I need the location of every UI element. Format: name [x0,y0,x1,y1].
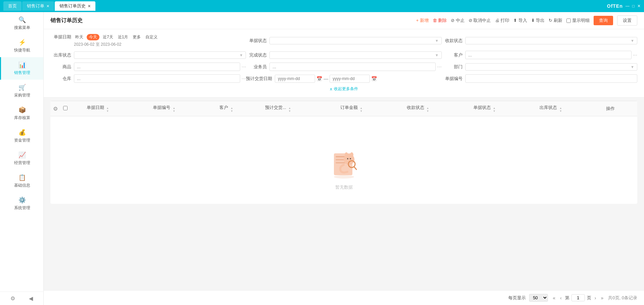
complete-status-arrow: ▼ [435,53,439,57]
sidebar-item-system[interactable]: ⚙️ 系统管理 [0,192,43,215]
salesperson-input[interactable] [269,63,436,71]
product-label: 商品 [50,64,74,70]
table-footer: 每页显示 50 10 20 100 « ‹ 第 1 页 › » 共0页, 0条记… [44,290,644,305]
order-status-select[interactable]: ▼ [269,37,441,44]
first-page-btn[interactable]: « [551,295,557,301]
delivery-status-sort-icons[interactable]: ▲▼ [559,107,562,113]
empty-text: 暂无数据 [335,184,353,190]
sidebar-item-search-menu[interactable]: 🔍 搜索菜单 [0,12,43,35]
page-number-input[interactable]: 1 [571,294,585,301]
next-page-btn[interactable]: › [593,295,598,301]
minimize-btn[interactable]: — [626,4,630,8]
th-date: 单据日期 ▲▼ [84,101,151,116]
stop-btn[interactable]: ⊘ 中止 [451,17,465,24]
th-no-label: 单据编号 [153,105,170,110]
date-today-btn[interactable]: 今天 [87,34,99,40]
no-sort-icons[interactable]: ▲▼ [173,107,175,113]
sidebar-item-operations[interactable]: 📈 经营管理 [0,147,43,170]
order-no-input[interactable] [465,74,637,83]
amount-sort-icons[interactable]: ▲▼ [360,107,362,113]
delivery-status-select[interactable]: ▼ [74,51,246,59]
sidebar-item-quick-nav[interactable]: ⚡ 快捷导航 [0,35,43,57]
date-to-input[interactable] [330,75,370,83]
salesperson-label: 业务员 [246,64,269,70]
th-date-label: 单据日期 [87,105,104,110]
select-all-checkbox[interactable] [63,106,68,110]
tab-home[interactable]: 首页 [3,1,22,11]
import-btn[interactable]: ⬆ 导入 [513,17,527,24]
sidebar-item-sales-mgmt[interactable]: 📊 销售管理 [0,57,43,80]
setting-btn[interactable]: 设置 [617,15,637,26]
page-nav: « ‹ 第 1 页 › » [551,294,605,301]
th-no: 单据编号 ▲▼ [150,101,217,116]
customer-sort-icons[interactable]: ▲▼ [230,107,233,113]
sidebar-collapse-icon[interactable]: ◀ [29,295,33,302]
th-amount: 订单金额 ▲▼ [338,101,404,116]
date-7days-btn[interactable]: 近7天 [101,34,115,40]
search-menu-icon: 🔍 [18,16,26,24]
warehouse-label: 仓库 [50,76,74,82]
customer-input[interactable] [465,51,632,59]
delivery-status-arrow: ▼ [239,53,243,57]
date-more-btn[interactable]: 更多 [131,34,142,40]
th-delivery-status-label: 出库状态 [540,105,557,110]
new-btn[interactable]: + 新增 [416,17,428,24]
refresh-btn[interactable]: ↻ 刷新 [549,17,562,24]
sidebar-settings-icon[interactable]: ⚙ [10,295,15,302]
finance-icon: 💰 [18,129,26,136]
filter-row-4: 仓库 ··· 预计交货日期 📅 — 📅 单据编号 [50,74,637,83]
expected-date-label: 预计交货日期 [246,76,275,82]
sidebar-item-finance[interactable]: 💰 资金管理 [0,125,43,147]
expected-date-sort-icons[interactable]: ▲▼ [288,107,291,113]
date-yesterday-btn[interactable]: 昨天 [74,34,85,40]
date-quick-buttons: 昨天 今天 近7天 近1月 更多 自定义 [74,34,159,40]
prev-page-btn[interactable]: ‹ [559,295,563,301]
collapse-arrow-icon: ∧ [330,87,333,91]
print-btn[interactable]: 🖨 打印 [495,17,510,24]
customer-dots[interactable]: ··· [633,52,637,58]
svg-point-7 [350,152,353,157]
cancel-stop-btn[interactable]: ⊘ 取消中止 [469,17,491,24]
customer-label: 客户 [442,52,465,58]
th-order-status-label: 单据状态 [473,105,491,110]
date-label: 单据日期 [50,34,74,40]
tab-sales-order-close[interactable]: ✕ [46,4,49,8]
page-size-select[interactable]: 50 10 20 100 [529,294,548,302]
date-custom-btn[interactable]: 自定义 [144,34,159,40]
payment-status-label: 收款状态 [442,38,465,44]
warehouse-dots[interactable]: ··· [242,76,246,82]
show-detail-checkbox[interactable] [566,18,571,23]
sidebar-item-basic-info[interactable]: 📋 基础信息 [0,170,43,192]
last-page-btn[interactable]: » [600,295,605,301]
date-from-input[interactable] [275,75,315,83]
department-arrow: ▼ [631,65,634,69]
warehouse-input[interactable] [74,74,240,83]
export-btn[interactable]: ⬇ 导出 [531,17,545,24]
salesperson-dots[interactable]: ··· [437,64,441,70]
product-dots[interactable]: ··· [242,64,246,70]
payment-status-select[interactable]: ▼ [465,37,637,44]
date-1month-btn[interactable]: 近1月 [117,34,130,40]
tab-sales-order[interactable]: 销售订单 ✕ [22,1,54,11]
maximize-btn[interactable]: □ [632,4,635,8]
table-settings-icon[interactable]: ⚙ [53,106,58,112]
complete-status-select[interactable]: ▼ [269,51,441,59]
product-input[interactable] [74,63,240,71]
quick-nav-icon: ⚡ [18,39,26,46]
date-sort-icons[interactable]: ▲▼ [106,107,109,113]
date-to-calendar-icon[interactable]: 📅 [371,76,377,81]
filter-row-3: 商品 ··· 业务员 ··· 部门 ▼ [50,63,637,71]
tab-sales-order-history-close[interactable]: ✕ [88,4,91,8]
order-status-sort-icons[interactable]: ▲▼ [493,107,496,113]
top-bar: 首页 销售订单 ✕ 销售订单历史 ✕ OfTEn — □ ✕ [0,0,644,12]
department-select[interactable]: ▼ [465,63,637,71]
close-btn[interactable]: ✕ [637,4,641,8]
collapse-btn[interactable]: ∧ 收起更多条件 [50,86,637,92]
date-from-calendar-icon[interactable]: 📅 [316,76,322,81]
payment-status-sort-icons[interactable]: ▲▼ [426,107,429,113]
delete-btn[interactable]: 🗑 删除 [433,17,447,24]
sidebar-item-purchase-mgmt[interactable]: 🛒 采购管理 [0,80,43,102]
query-btn[interactable]: 查询 [594,16,613,25]
sidebar-item-inventory[interactable]: 📦 库存核算 [0,102,43,125]
tab-sales-order-history[interactable]: 销售订单历史 ✕ [55,1,95,11]
